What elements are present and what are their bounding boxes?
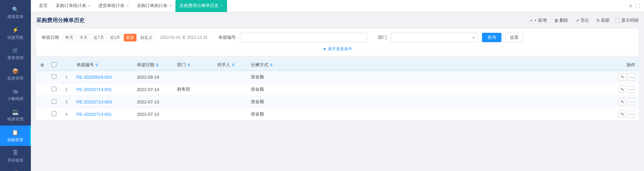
sidebar-item-mini-shop[interactable]: 🛍小畅电商 <box>0 85 31 105</box>
doc-no-sort-icon: ⇅ <box>95 63 98 67</box>
date-btn-more[interactable]: 更多 <box>124 34 137 41</box>
tab-bar-right: ✕ ⛶ <box>629 3 640 9</box>
add-button[interactable]: ＋ + 新增 <box>527 16 549 25</box>
sidebar-icon-quick-nav: ⚡ <box>1 26 30 34</box>
sidebar-item-wholesale[interactable]: 📦批发管理 <box>0 64 31 85</box>
row-date-3: 2022-07-13 <box>133 108 174 120</box>
doc-no-input[interactable] <box>240 33 367 42</box>
expand-window-icon[interactable]: ⛶ <box>635 3 640 9</box>
close-window-icon[interactable]: ✕ <box>629 3 633 9</box>
row-check-2 <box>48 96 60 108</box>
row-checkbox-2[interactable] <box>52 99 56 104</box>
dept-label: 部门 <box>378 34 387 40</box>
toolbar: ＋ + 新增 🗑 删除 ↗ 导出 ↻ 刷新 显示明细 <box>527 16 639 25</box>
tab-purchase-order-exec[interactable]: 采购订单执行表× <box>133 0 175 12</box>
th-gear[interactable]: ⚙ <box>36 59 48 71</box>
row-actions-0: ✎ ⋯ <box>608 71 639 83</box>
date-btn-7days[interactable]: 近7天 <box>91 34 106 41</box>
tab-purchase-receipt-stat[interactable]: 进货单统计表× <box>94 0 132 12</box>
dept-select-wrap: 财务部 ▼ <box>391 33 478 42</box>
sidebar-item-search-menu[interactable]: 🔍搜索菜单 <box>0 3 31 23</box>
expand-conditions-button[interactable]: ▼ 展开更多条件 <box>323 46 352 52</box>
row-checkbox-0[interactable] <box>52 74 56 79</box>
row-more-btn-0[interactable]: ⋯ <box>628 73 635 81</box>
row-check-3 <box>48 108 60 120</box>
tab-purchase-order-stat[interactable]: 采购订单统计表× <box>52 0 94 12</box>
sidebar-icon-mini-shop: 🛍 <box>1 88 30 95</box>
tab-close-purchase-receipt-stat[interactable]: × <box>126 4 128 8</box>
sidebar-item-retail[interactable]: 🛒零售管理 <box>0 44 31 64</box>
row-checkbox-3[interactable] <box>52 111 56 116</box>
export-icon: ↗ <box>576 18 579 23</box>
handler-sort-icon: ⇅ <box>232 63 235 67</box>
tab-label-purchase-order-exec: 采购订单执行表 <box>137 3 167 9</box>
tab-home[interactable]: 首页 <box>35 0 52 12</box>
row-handler-2 <box>214 96 248 108</box>
delete-icon: 🗑 <box>554 18 558 23</box>
date-btn-yesterday[interactable]: 昨天 <box>63 34 76 41</box>
row-more-btn-1[interactable]: ⋯ <box>628 86 635 93</box>
row-check-0 <box>48 71 60 83</box>
row-gear-3 <box>36 108 48 120</box>
method-sort-icon: ⇅ <box>270 63 273 67</box>
sidebar-item-quick-nav[interactable]: ⚡快捷导航 <box>0 23 31 44</box>
delete-button[interactable]: 🗑 删除 <box>552 16 570 25</box>
sidebar-icon-ecommerce: 💻 <box>1 108 30 116</box>
row-gear-0 <box>36 71 48 83</box>
date-sort-icon: ⇅ <box>156 63 159 67</box>
expand-down-icon: ▼ <box>323 47 327 52</box>
dept-select[interactable]: 财务部 <box>391 33 478 42</box>
sidebar-item-purchase[interactable]: 📋采购管理 <box>0 125 31 146</box>
th-date[interactable]: 单据日期 ⇅ <box>133 59 174 71</box>
row-edit-btn-3[interactable]: ✎ <box>619 110 626 118</box>
tab-close-purchase-order-exec[interactable]: × <box>169 4 171 8</box>
th-handler[interactable]: 经手人 ⇅ <box>214 59 248 71</box>
date-btn-1month[interactable]: 近1月 <box>108 34 123 41</box>
tab-close-purchase-order-stat[interactable]: × <box>88 4 90 8</box>
select-all-checkbox[interactable] <box>52 62 56 67</box>
row-date-1: 2022-07-14 <box>133 83 174 96</box>
row-handler-3 <box>214 108 248 120</box>
tab-bar: 首页采购订单统计表×进货单统计表×采购订单执行表×采购费用分摊单历史× ✕ ⛶ <box>31 0 644 12</box>
setting-button[interactable]: 设置 <box>505 33 523 42</box>
date-btn-custom[interactable]: 自定义 <box>138 34 155 41</box>
sidebar-label-quick-nav: 快捷导航 <box>7 35 23 40</box>
tab-purchase-cost-split[interactable]: 采购费用分摊单历史× <box>175 0 227 12</box>
doc-link-3[interactable]: PE-20220713-001 <box>76 112 112 117</box>
doc-no-input-wrap <box>240 33 367 42</box>
date-range-text: 2022-01-01 至 2022-12-31 <box>160 35 207 40</box>
row-more-btn-3[interactable]: ⋯ <box>628 110 635 118</box>
row-gear-2 <box>36 96 48 108</box>
show-cols-checkbox[interactable] <box>615 18 620 23</box>
row-more-btn-2[interactable]: ⋯ <box>628 98 635 105</box>
row-method-3: 按金额 <box>248 108 608 120</box>
doc-link-1[interactable]: PE-20220714-001 <box>76 87 112 92</box>
date-btn-today[interactable]: 今天 <box>77 34 90 41</box>
dept-select-container: 财务部 ▼ <box>391 33 478 42</box>
doc-link-0[interactable]: PE-20220919-002 <box>76 75 112 80</box>
th-dept[interactable]: 部门 ⇅ <box>174 59 214 71</box>
row-edit-btn-1[interactable]: ✎ <box>619 86 626 93</box>
row-no-3: 4 <box>60 108 73 120</box>
sidebar-icon-finance: 💰 <box>1 170 30 171</box>
row-edit-btn-2[interactable]: ✎ <box>619 98 626 105</box>
doc-link-2[interactable]: PE-20220713-003 <box>76 99 112 104</box>
sidebar-item-inventory[interactable]: 🗄库存核算 <box>0 146 31 166</box>
data-table-wrap: ⚙ 单据编号 ⇅ 单据日期 <box>36 59 639 120</box>
sidebar-label-purchase: 采购管理 <box>7 138 23 142</box>
row-edit-btn-0[interactable]: ✎ <box>619 73 626 81</box>
search-button[interactable]: 查询 <box>482 33 501 42</box>
tab-close-purchase-cost-split[interactable]: × <box>221 4 223 8</box>
sidebar-item-ecommerce[interactable]: 💻电商管理 <box>0 105 31 125</box>
th-method[interactable]: 分摊方式 ⇅ <box>248 59 608 71</box>
sidebar-item-finance[interactable]: 💰资金管理 <box>0 167 31 171</box>
show-cols-toggle[interactable]: 显示明细 <box>615 17 639 23</box>
tab-label-purchase-order-stat: 采购订单统计表 <box>56 3 86 9</box>
export-button[interactable]: ↗ 导出 <box>574 16 591 25</box>
th-doc-no[interactable]: 单据编号 ⇅ <box>73 59 133 71</box>
row-checkbox-1[interactable] <box>52 87 56 91</box>
refresh-button[interactable]: ↻ 刷新 <box>594 16 612 25</box>
row-actions-3: ✎ ⋯ <box>608 108 639 120</box>
refresh-icon: ↻ <box>596 18 600 23</box>
row-check-1 <box>48 83 60 96</box>
